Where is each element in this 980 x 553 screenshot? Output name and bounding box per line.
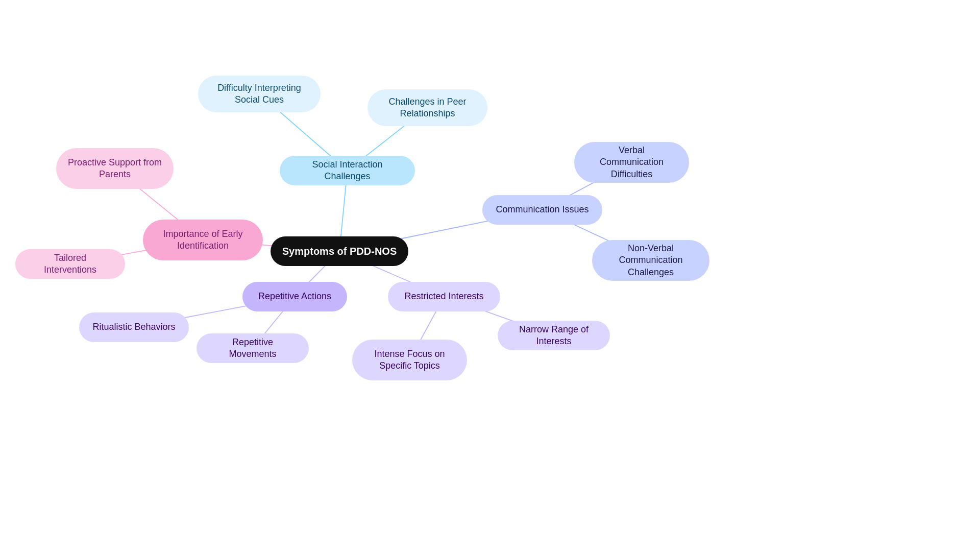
social-interaction-node: Social Interaction Challenges [280,156,415,185]
proactive-support-node: Proactive Support from Parents [56,148,174,189]
ritualistic-behaviors-node: Ritualistic Behaviors [79,312,189,342]
tailored-interventions-node: Tailored Interventions [15,249,125,279]
restricted-interests-node: Restricted Interests [388,282,500,311]
challenges-peer-node: Challenges in Peer Relationships [368,89,487,126]
communication-issues-node: Communication Issues [482,195,602,225]
repetitive-movements-node: Repetitive Movements [197,333,309,363]
intense-focus-node: Intense Focus on Specific Topics [352,340,467,380]
repetitive-actions-node: Repetitive Actions [242,282,347,311]
narrow-range-node: Narrow Range of Interests [498,321,610,350]
importance-early-node: Importance of Early Identification [143,220,263,260]
center-node: Symptoms of PDD-NOS [271,236,408,266]
verbal-communication-node: Verbal Communication Difficulties [574,142,689,183]
difficulty-interpreting-node: Difficulty Interpreting Social Cues [198,76,321,112]
nonverbal-communication-node: Non-Verbal Communication Challenges [592,240,709,281]
